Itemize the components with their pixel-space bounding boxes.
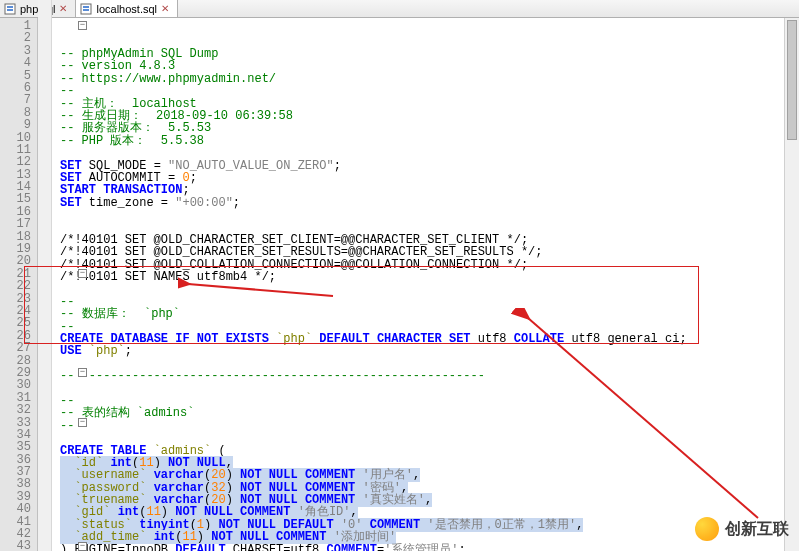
code-line[interactable]: SET time_zone = "+00:00"; [54, 197, 799, 209]
line-number: 5 [0, 70, 37, 82]
line-number: 43 [0, 540, 37, 551]
line-number: 38 [0, 478, 37, 490]
code-line[interactable]: -- https://www.phpmyadmin.net/ [54, 73, 799, 85]
line-number: 1 [0, 20, 37, 32]
line-number: 27 [0, 342, 37, 354]
line-number: 30 [0, 379, 37, 391]
line-number: 20 [0, 255, 37, 267]
vertical-scrollbar[interactable] [784, 18, 799, 551]
code-line[interactable] [54, 209, 799, 221]
fold-toggle[interactable]: − [78, 21, 87, 30]
svg-rect-4 [83, 6, 89, 8]
tab-localhost-sql[interactable]: localhost.sql ✕ [76, 0, 178, 17]
close-icon[interactable]: ✕ [161, 4, 171, 14]
line-number: 6 [0, 82, 37, 94]
code-line[interactable]: USE `php`; [54, 345, 799, 357]
code-line[interactable]: CREATE DATABASE IF NOT EXISTS `php` DEFA… [54, 333, 799, 345]
code-line[interactable] [54, 383, 799, 395]
tab-label: localhost.sql [96, 3, 157, 15]
code-line[interactable]: -- 表的结构 `admins` [54, 407, 799, 419]
watermark-logo-icon [695, 517, 719, 541]
fold-toggle[interactable]: − [78, 418, 87, 427]
sql-file-icon [80, 3, 92, 15]
code-line[interactable] [54, 283, 799, 295]
line-number: 12 [0, 156, 37, 168]
line-number: 22 [0, 280, 37, 292]
line-number: 17 [0, 218, 37, 230]
svg-rect-2 [7, 9, 13, 11]
close-icon[interactable]: ✕ [59, 4, 69, 14]
tab-bar: php.sql ✕ localhost.sql ✕ [0, 0, 799, 18]
code-line[interactable]: -- PHP 版本： 5.5.38 [54, 135, 799, 147]
line-number: 40 [0, 503, 37, 515]
code-line[interactable]: -- [54, 420, 799, 432]
code-area[interactable]: -- phpMyAdmin SQL Dump-- version 4.8.3--… [38, 18, 799, 551]
line-number: 8 [0, 107, 37, 119]
line-number: 35 [0, 441, 37, 453]
line-number: 32 [0, 404, 37, 416]
line-number: 15 [0, 193, 37, 205]
sql-file-icon [4, 3, 16, 15]
scrollbar-thumb[interactable] [787, 20, 797, 140]
line-number: 9 [0, 119, 37, 131]
code-line[interactable]: -- -------------------------------------… [54, 370, 799, 382]
line-number: 2 [0, 32, 37, 44]
line-number: 7 [0, 94, 37, 106]
code-editor[interactable]: 1234567891011121314151617181920212223242… [0, 18, 799, 551]
fold-toggle[interactable]: − [78, 269, 87, 278]
code-line[interactable]: -- 数据库： `php` [54, 308, 799, 320]
code-line[interactable]: /*!40101 SET NAMES utf8mb4 */; [54, 271, 799, 283]
line-number: 4 [0, 57, 37, 69]
svg-rect-5 [83, 9, 89, 11]
line-number-gutter: 1234567891011121314151617181920212223242… [0, 18, 38, 551]
line-number: 3 [0, 45, 37, 57]
watermark-text: 创新互联 [725, 519, 789, 540]
line-number: 25 [0, 317, 37, 329]
svg-rect-1 [7, 6, 13, 8]
fold-toggle[interactable]: − [78, 368, 87, 377]
fold-toggle[interactable]: − [78, 542, 87, 551]
watermark: 创新互联 [695, 517, 789, 541]
code-line[interactable]: ) ENGINE=InnoDB DEFAULT CHARSET=utf8 COM… [54, 544, 799, 551]
